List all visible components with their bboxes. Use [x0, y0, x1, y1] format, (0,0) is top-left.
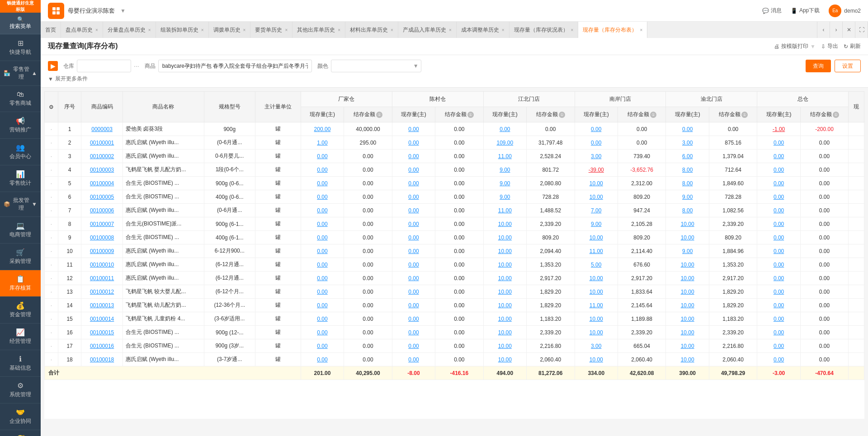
row-chencun-qty[interactable]: 0.00 — [392, 326, 435, 339]
row-yubei-qty[interactable]: 10.00 — [666, 231, 709, 244]
row-jiangbei-qty[interactable]: 0.00 — [483, 122, 526, 136]
row-jiangbei-qty[interactable]: 10.00 — [483, 217, 526, 231]
row-nanan-qty[interactable]: 10.00 — [575, 353, 618, 366]
row-jiangbei-qty[interactable]: 11.00 — [483, 204, 526, 217]
row-jiangbei-qty[interactable]: 10.00 — [483, 312, 526, 326]
sidebar-item-finance[interactable]: 💰 资金管理 — [0, 297, 41, 323]
th-settings[interactable]: ⚙ — [45, 92, 58, 122]
row-zongcang-qty[interactable]: 0.00 — [757, 299, 800, 312]
row-changejia-qty[interactable]: 0.00 — [301, 244, 344, 258]
row-changejia-qty[interactable]: 0.00 — [301, 231, 344, 244]
sidebar-item-biz-mgmt[interactable]: 📈 经营管理 — [0, 323, 41, 350]
row-code[interactable]: 00100006 — [81, 204, 123, 217]
tab-material-out[interactable]: 材料出库单历史 × — [345, 22, 398, 38]
row-jiangbei-qty[interactable]: 9.00 — [483, 177, 526, 190]
tab-split-count[interactable]: 分量盘点单历史 × — [103, 22, 156, 38]
row-zongcang-qty[interactable]: 0.00 — [757, 353, 800, 366]
message-btn[interactable]: 💬 消息 — [762, 7, 782, 14]
row-code[interactable]: 00100015 — [81, 326, 123, 339]
row-jiangbei-qty[interactable]: 10.00 — [483, 272, 526, 285]
row-changejia-qty[interactable]: 0.00 — [301, 150, 344, 163]
row-yubei-qty[interactable]: 0.00 — [666, 122, 709, 136]
sidebar-item-system[interactable]: ⚙ 系统管理 — [0, 377, 41, 403]
row-jiangbei-qty[interactable]: 10.00 — [483, 285, 526, 299]
row-chencun-qty[interactable]: 0.00 — [392, 190, 435, 204]
row-code[interactable]: 00100018 — [81, 353, 123, 366]
row-chencun-qty[interactable]: 0.00 — [392, 177, 435, 190]
row-zongcang-qty[interactable]: 0.00 — [757, 150, 800, 163]
row-nanan-qty[interactable]: 3.00 — [575, 150, 618, 163]
row-zongcang-qty[interactable]: 0.00 — [757, 177, 800, 190]
row-settings[interactable]: · — [45, 217, 58, 231]
row-chencun-qty[interactable]: 0.00 — [392, 122, 435, 136]
row-jiangbei-qty[interactable]: 10.00 — [483, 326, 526, 339]
row-zongcang-qty[interactable]: 0.00 — [757, 190, 800, 204]
row-changejia-qty[interactable]: 0.00 — [301, 353, 344, 366]
settings-btn[interactable]: 设置 — [835, 60, 861, 72]
export-btn[interactable]: ⇩ 导出 — [821, 42, 838, 50]
info-icon[interactable]: ① — [741, 112, 748, 118]
row-settings[interactable]: · — [45, 285, 58, 299]
row-yubei-qty[interactable]: 10.00 — [666, 272, 709, 285]
row-nanan-qty[interactable]: 10.00 — [575, 272, 618, 285]
nav-selector-arrow[interactable]: ▼ — [120, 8, 126, 14]
tab-cost-adjust[interactable]: 成本调整单历史 × — [457, 22, 509, 38]
row-nanan-qty[interactable]: -39.00 — [575, 163, 618, 177]
row-settings[interactable]: · — [45, 244, 58, 258]
tab-purchase-order[interactable]: 要货单历史 × — [250, 22, 292, 38]
row-changejia-qty[interactable]: 0.00 — [301, 204, 344, 217]
row-chencun-qty[interactable]: 0.00 — [392, 204, 435, 217]
info-icon[interactable]: ① — [467, 112, 474, 118]
row-nanan-qty[interactable]: 11.00 — [575, 299, 618, 312]
row-nanan-qty[interactable]: 7.00 — [575, 204, 618, 217]
row-zongcang-qty[interactable]: 0.00 — [757, 163, 800, 177]
row-chencun-qty[interactable]: 0.00 — [392, 136, 435, 150]
row-changejia-qty[interactable]: 0.00 — [301, 326, 344, 339]
print-btn[interactable]: 🖨 按模版打印 ▼ — [774, 42, 816, 50]
row-chencun-qty[interactable]: 0.00 — [392, 299, 435, 312]
row-settings[interactable]: · — [45, 326, 58, 339]
row-zongcang-qty[interactable]: 0.00 — [757, 339, 800, 353]
row-jiangbei-qty[interactable]: 10.00 — [483, 339, 526, 353]
row-code[interactable]: 00100004 — [81, 177, 123, 190]
row-chencun-qty[interactable]: 0.00 — [392, 312, 435, 326]
row-chencun-qty[interactable]: 0.00 — [392, 272, 435, 285]
nav-selector-text[interactable]: 母婴行业演示陈套 — [68, 7, 115, 15]
row-yubei-qty[interactable]: 10.00 — [666, 285, 709, 299]
row-settings[interactable]: · — [45, 272, 58, 285]
row-nanan-qty[interactable]: 0.00 — [575, 122, 618, 136]
row-jiangbei-qty[interactable]: 9.00 — [483, 163, 526, 177]
row-code[interactable]: 00100013 — [81, 299, 123, 312]
row-chencun-qty[interactable]: 0.00 — [392, 231, 435, 244]
row-nanan-qty[interactable]: 10.00 — [575, 312, 618, 326]
row-code[interactable]: 00100012 — [81, 285, 123, 299]
sidebar-item-inventory[interactable]: 📋 库存核算 — [0, 270, 41, 297]
row-jiangbei-qty[interactable]: 109.00 — [483, 136, 526, 150]
refresh-btn[interactable]: ↻ 刷新 — [844, 42, 861, 50]
row-chencun-qty[interactable]: 0.00 — [392, 150, 435, 163]
tab-prev-btn[interactable]: ‹ — [817, 22, 830, 38]
row-zongcang-qty[interactable]: 0.00 — [757, 136, 800, 150]
row-settings[interactable]: · — [45, 150, 58, 163]
row-nanan-qty[interactable]: 10.00 — [575, 190, 618, 204]
info-icon[interactable]: ① — [650, 112, 656, 118]
info-icon[interactable]: ① — [833, 112, 839, 118]
row-zongcang-qty[interactable]: 0.00 — [757, 204, 800, 217]
tab-maximize-btn[interactable]: ⛶ — [855, 22, 868, 38]
tab-close-icon[interactable]: × — [640, 28, 642, 33]
row-chencun-qty[interactable]: 0.00 — [392, 244, 435, 258]
sidebar-item-retail-mgmt[interactable]: 🏪 零售管理 ▲ — [0, 61, 41, 86]
row-changejia-qty[interactable]: 0.00 — [301, 299, 344, 312]
row-yubei-qty[interactable]: 10.00 — [666, 339, 709, 353]
row-zongcang-qty[interactable]: 0.00 — [757, 217, 800, 231]
row-changejia-qty[interactable]: 0.00 — [301, 217, 344, 231]
row-settings[interactable]: · — [45, 163, 58, 177]
row-changejia-qty[interactable]: 0.00 — [301, 190, 344, 204]
row-nanan-qty[interactable]: 3.00 — [575, 339, 618, 353]
row-nanan-qty[interactable]: 11.00 — [575, 244, 618, 258]
tab-close-icon[interactable]: × — [571, 28, 574, 33]
row-yubei-qty[interactable]: 8.00 — [666, 204, 709, 217]
product-input[interactable] — [158, 60, 312, 72]
tab-stock-dist[interactable]: 现存量（库存分布表） × — [578, 22, 647, 38]
row-changejia-qty[interactable]: 200.00 — [301, 122, 344, 136]
